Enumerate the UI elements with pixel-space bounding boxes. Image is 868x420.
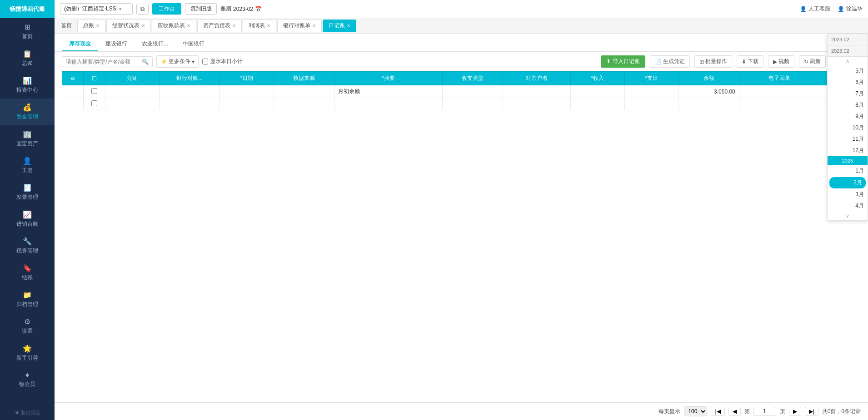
- copy-button[interactable]: ⧉: [136, 4, 149, 15]
- data-table: ⚙ ☐ 凭证 银行对账... *日期 数据来源 *摘要 收支类型 对方户名 *收…: [62, 71, 861, 110]
- ledger-icon: 📋: [23, 49, 32, 58]
- batch-button[interactable]: ⊞ 批量操作: [694, 55, 732, 68]
- last-page-button[interactable]: ▶|: [805, 407, 818, 416]
- refresh-icon: ↻: [804, 59, 808, 65]
- refresh-button[interactable]: ↻ 刷新: [799, 55, 826, 68]
- user-menu[interactable]: 👤 徐温华: [838, 5, 863, 13]
- main-area: (勿删）江西超宝-LSS ▼ ⧉ 工作台 切到旧版 账期 2023-02 📅 👤…: [55, 0, 868, 420]
- tab-ledger-close[interactable]: ✕: [96, 23, 100, 28]
- sidebar-item-reports[interactable]: 📊 报表中心: [0, 72, 55, 99]
- company-selector[interactable]: (勿删）江西超宝-LSS ▼: [60, 3, 133, 15]
- tab-receivable[interactable]: 应收账款表 ✕: [152, 20, 196, 32]
- month-1[interactable]: 1月: [828, 165, 868, 177]
- sidebar-item-capital[interactable]: 💰 资金管理: [0, 99, 55, 125]
- human-service[interactable]: 👤 人工客服: [800, 5, 830, 13]
- sidebar-item-label: 总账: [22, 59, 33, 67]
- cell-expense-1: [624, 98, 678, 110]
- month-8[interactable]: 8月: [828, 99, 868, 111]
- month-2-active[interactable]: 2月: [829, 177, 866, 188]
- month-12[interactable]: 12月: [828, 145, 868, 156]
- generate-voucher-button[interactable]: 📄 生成凭证: [650, 55, 690, 68]
- cell-check-0[interactable]: [84, 85, 105, 98]
- month-7[interactable]: 7月: [828, 88, 868, 99]
- sub-tab-construction[interactable]: 建设银行: [98, 37, 135, 51]
- table-container: ⚙ ☐ 凭证 银行对账... *日期 数据来源 *摘要 收支类型 对方户名 *收…: [55, 71, 868, 402]
- sidebar-item-ledger[interactable]: 📋 总账: [0, 45, 55, 72]
- page-input[interactable]: [753, 407, 776, 416]
- cell-bank-0: [159, 85, 220, 98]
- sidebar-item-salary[interactable]: 👤 工资: [0, 152, 55, 179]
- col-summary-header: *摘要: [334, 72, 442, 85]
- sub-tab-china[interactable]: 中国银行: [175, 37, 212, 51]
- tab-status[interactable]: 经营状况表 ✕: [106, 20, 151, 32]
- next-page-button[interactable]: ▶: [789, 407, 801, 416]
- sidebar-item-label: 发票管理: [16, 193, 38, 201]
- tab-receivable-close[interactable]: ✕: [187, 23, 190, 28]
- sidebar-item-fixed[interactable]: 🏢 固定资产: [0, 125, 55, 152]
- tab-status-close[interactable]: ✕: [141, 23, 145, 28]
- month-3[interactable]: 3月: [828, 189, 868, 200]
- download-label: 下载: [748, 58, 758, 65]
- tab-profit[interactable]: 利润表 ✕: [243, 20, 276, 32]
- sidebar-item-tax[interactable]: 🔧 税务管理: [0, 232, 55, 259]
- tab-home[interactable]: 首页: [56, 20, 76, 31]
- month-11[interactable]: 11月: [828, 133, 868, 145]
- cell-type-1: [442, 98, 503, 110]
- tab-assets-close[interactable]: ✕: [232, 23, 236, 28]
- cell-check-1[interactable]: [84, 98, 105, 110]
- sidebar-item-settle[interactable]: 🔖 结账: [0, 259, 55, 286]
- tab-bank-statement[interactable]: 银行对账单 ✕: [277, 20, 322, 32]
- calendar-icon: 📅: [255, 6, 262, 12]
- cell-source-1: [274, 98, 334, 110]
- sub-tab-agriculture[interactable]: 农业银行...: [135, 37, 175, 51]
- workspace-button[interactable]: 工作台: [152, 3, 181, 15]
- tab-bank-close[interactable]: ✕: [312, 23, 316, 28]
- tab-assets[interactable]: 资产负债表 ✕: [197, 20, 242, 32]
- sidebar-item-home[interactable]: ⊞ 首页: [0, 18, 55, 45]
- sidebar-item-invoice[interactable]: 🧾 发票管理: [0, 179, 55, 206]
- import-icon: ⬆: [606, 58, 611, 64]
- sidebar-item-guide[interactable]: 🌟 新手引导: [0, 340, 55, 366]
- scroll-down-arrow[interactable]: ∨: [828, 212, 868, 220]
- month-10[interactable]: 10月: [828, 122, 868, 133]
- sidebar-item-label: 报表中心: [16, 86, 38, 94]
- filter-icon: ⚡: [160, 59, 167, 65]
- month-6[interactable]: 6月: [828, 77, 868, 88]
- scroll-up-arrow[interactable]: ∧: [828, 57, 868, 65]
- table-row: 月初余额 3,050.00: [62, 85, 861, 98]
- month-4[interactable]: 4月: [828, 200, 868, 212]
- prev-page-button[interactable]: ◀: [728, 407, 741, 416]
- sidebar-item-settings[interactable]: ⚙ 设置: [0, 313, 55, 340]
- col-settings-header[interactable]: ⚙: [62, 72, 84, 85]
- filter-button[interactable]: ⚡ 更多条件 ▾: [156, 55, 199, 68]
- download-button[interactable]: ⬇ 下载: [737, 55, 763, 68]
- tab-journal-close[interactable]: ✕: [347, 23, 350, 28]
- import-button[interactable]: ⬆ 导入日记账: [601, 55, 645, 68]
- month-5[interactable]: 5月: [828, 65, 868, 77]
- old-version-button[interactable]: 切到旧版: [185, 3, 217, 15]
- show-daily-input[interactable]: [202, 59, 208, 64]
- col-check-header[interactable]: ☐: [84, 72, 105, 85]
- search-box[interactable]: 🔍: [62, 56, 153, 67]
- content-area: 库存现金 建设银行 农业银行... 中国银行 🔍 ⚡ 更多条件 ▾ 显示本日小计: [55, 34, 868, 420]
- per-page-select[interactable]: 100 50 200: [684, 406, 707, 416]
- sidebar-item-label: 设置: [22, 327, 33, 335]
- tab-ledger[interactable]: 总账 ✕: [77, 20, 105, 32]
- invoice-icon: 🧾: [23, 183, 32, 192]
- col-source-header: 数据来源: [274, 72, 334, 85]
- sidebar-item-archive[interactable]: 📁 归档管理: [0, 286, 55, 313]
- month-9[interactable]: 9月: [828, 111, 868, 122]
- sub-tab-cash[interactable]: 库存现金: [62, 37, 98, 51]
- sidebar-item-vip[interactable]: ♦ 畅会员: [0, 366, 55, 393]
- cell-bank-1: [159, 98, 220, 110]
- sidebar-item-sales[interactable]: 📈 进销台账: [0, 206, 55, 232]
- tab-journal[interactable]: 日记账 ✕: [323, 20, 356, 32]
- cell-summary-0: 月初余额: [334, 85, 442, 98]
- video-button[interactable]: ▶ 视频: [768, 55, 794, 68]
- tab-profit-close[interactable]: ✕: [267, 23, 270, 28]
- unpin-button[interactable]: ◀ 取消固定: [0, 406, 55, 420]
- sidebar-item-label: 税务管理: [16, 247, 38, 255]
- first-page-button[interactable]: |◀: [711, 407, 724, 416]
- search-input[interactable]: [66, 59, 140, 65]
- show-daily-checkbox[interactable]: 显示本日小计: [202, 58, 243, 65]
